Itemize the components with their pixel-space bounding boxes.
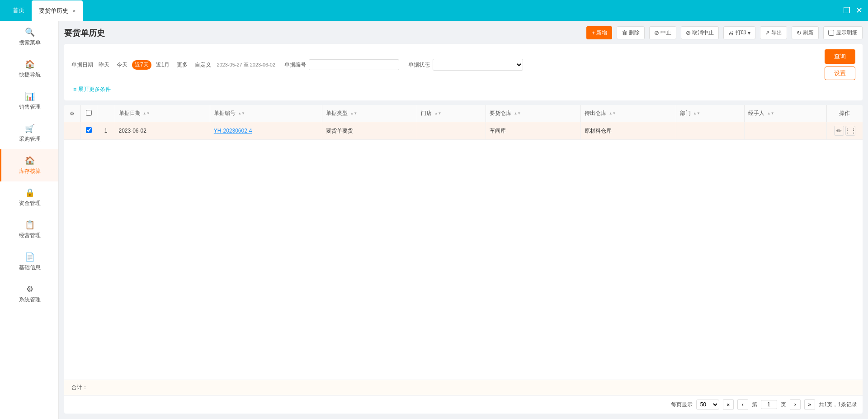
sidebar-item-sys-mgmt[interactable]: ⚙ 系统管理: [0, 278, 58, 310]
row-more-icon[interactable]: ⋮⋮: [845, 126, 855, 136]
summary-label: 合计：: [71, 384, 88, 390]
print-button[interactable]: 🖨 打印 ▾: [723, 26, 755, 39]
shortcut-last7days[interactable]: 近7天: [132, 60, 151, 70]
col-bill-no[interactable]: 单据编号 ▲▼: [210, 105, 322, 122]
col-settings[interactable]: ⚙: [64, 105, 80, 122]
window-restore-btn[interactable]: ❐: [843, 5, 850, 15]
sidebar-item-purchase-mgmt[interactable]: 🛒 采购管理: [0, 117, 58, 149]
table-row[interactable]: 1 2023-06-02 YH-20230602-4 要货单要货 车间库 原材料…: [64, 122, 863, 140]
settings-button[interactable]: 设置: [825, 67, 855, 80]
new-icon: +: [591, 29, 595, 36]
basic-info-icon: 📄: [25, 252, 35, 262]
print-icon: 🖨: [728, 29, 734, 36]
sidebar-item-sales-mgmt[interactable]: 📊 销售管理: [0, 85, 58, 117]
col-bill-type[interactable]: 单据类型 ▲▼: [322, 105, 417, 122]
toolbar: + 新增 🗑 删除 ⊘ 中止 ⊘ 取消中止: [586, 26, 863, 39]
bill-status-select[interactable]: [433, 59, 523, 71]
tab-home-label: 首页: [13, 6, 24, 14]
col-bill-date[interactable]: 单据日期 ▲▼: [115, 105, 210, 122]
expand-more-btn[interactable]: ≡ 展开更多条件: [71, 84, 113, 95]
cell-check[interactable]: [80, 122, 97, 140]
search-menu-icon: 🔍: [25, 27, 35, 37]
sys-mgmt-icon: ⚙: [26, 284, 33, 294]
main-content: 要货单历史 + 新增 🗑 删除 ⊘ 中止 ⊘: [59, 21, 868, 419]
pagination: 每页显示 50 20 100 200 « ‹ 第 页 › » 共1页，1条记录: [64, 395, 863, 414]
first-page-btn[interactable]: «: [723, 399, 734, 410]
total-info: 共1页，1条记录: [819, 401, 857, 409]
cell-num: 1: [97, 122, 115, 140]
sidebar-item-ops-mgmt[interactable]: 📋 经营管理: [0, 214, 58, 246]
row-check[interactable]: [86, 127, 92, 133]
shortcut-yesterday[interactable]: 昨天: [96, 60, 112, 70]
sidebar-item-quick-nav[interactable]: 🏠 快捷导航: [0, 53, 58, 85]
window-close-btn[interactable]: ✕: [856, 5, 863, 15]
tab-requisition-history[interactable]: 要货单历史 ×: [32, 0, 83, 21]
sidebar-item-label-sales-mgmt: 销售管理: [19, 103, 41, 111]
table-summary: 合计：: [64, 380, 863, 395]
bill-number-input[interactable]: [309, 59, 399, 70]
show-detail-label: 显示明细: [836, 29, 858, 37]
show-detail-checkbox[interactable]: 显示明细: [823, 26, 863, 39]
data-table: ⚙ 单据日期 ▲▼ 单据编号: [64, 105, 863, 140]
row-edit-icon[interactable]: ✏: [834, 126, 844, 136]
col-store[interactable]: 门店 ▲▼: [417, 105, 486, 122]
filter-bill-number: 单据编号: [284, 59, 399, 70]
col-department[interactable]: 部门 ▲▼: [676, 105, 745, 122]
page-header: 要货单历史 + 新增 🗑 删除 ⊘ 中止 ⊘: [64, 26, 863, 39]
delete-icon: 🗑: [622, 29, 627, 36]
table-container[interactable]: ⚙ 单据日期 ▲▼ 单据编号: [64, 105, 863, 380]
new-button[interactable]: + 新增: [586, 26, 612, 39]
shortcut-last-month[interactable]: 近1月: [153, 60, 173, 70]
shortcut-more[interactable]: 更多: [174, 60, 190, 70]
page-jump-label: 页: [781, 401, 786, 409]
filter-row-1: 单据日期 昨天 今天 近7天 近1月 更多 自定义 2023-05-27 至 2…: [71, 49, 855, 80]
stop-icon: ⊘: [654, 29, 659, 36]
page-title: 要货单历史: [64, 28, 105, 38]
delete-button[interactable]: 🗑 删除: [617, 26, 645, 39]
col-req-warehouse[interactable]: 要货仓库 ▲▼: [486, 105, 581, 122]
sidebar-item-basic-info[interactable]: 📄 基础信息: [0, 246, 58, 278]
bill-date-label: 单据日期: [71, 61, 93, 69]
cancel-stop-icon: ⊘: [686, 29, 691, 36]
filter-actions: 查询 设置: [825, 49, 855, 80]
shortcut-today[interactable]: 今天: [114, 60, 130, 70]
cell-bill-date: 2023-06-02: [115, 122, 210, 140]
sidebar-item-label-purchase-mgmt: 采购管理: [19, 135, 41, 143]
sidebar-item-inventory-calc[interactable]: 🏠 库存核算: [0, 149, 58, 181]
prev-page-btn[interactable]: ‹: [737, 399, 748, 410]
page-size-select[interactable]: 50 20 100 200: [696, 400, 719, 409]
last-page-btn[interactable]: »: [804, 399, 815, 410]
page-size-label: 每页显示: [671, 401, 693, 409]
sidebar-item-label-search-menu: 搜索菜单: [19, 39, 41, 47]
tab-home[interactable]: 首页: [5, 0, 32, 21]
sidebar-item-search-menu[interactable]: 🔍 搜索菜单: [0, 21, 58, 53]
sort-bill-no: ▲▼: [238, 111, 245, 115]
col-handler[interactable]: 经手人 ▲▼: [745, 105, 826, 122]
page-number-input[interactable]: [761, 400, 777, 409]
table-panel: ⚙ 单据日期 ▲▼ 单据编号: [64, 105, 863, 414]
table-header: ⚙ 单据日期 ▲▼ 单据编号: [64, 105, 863, 122]
cancel-stop-button[interactable]: ⊘ 取消中止: [681, 26, 719, 39]
page-label: 第: [752, 401, 757, 409]
bill-no-link[interactable]: YH-20230602-4: [214, 128, 252, 134]
show-detail-input[interactable]: [828, 30, 834, 36]
shortcut-custom[interactable]: 自定义: [192, 60, 214, 70]
stop-button[interactable]: ⊘ 中止: [649, 26, 676, 39]
export-icon: ↗: [765, 29, 770, 36]
sidebar-item-funds-mgmt[interactable]: 🔒 资金管理: [0, 181, 58, 214]
query-button[interactable]: 查询: [825, 49, 855, 64]
check-all[interactable]: [86, 110, 92, 116]
sidebar-item-label-inventory-calc: 库存核算: [19, 167, 41, 175]
tab-close-icon[interactable]: ×: [73, 8, 75, 14]
sidebar-item-label-ops-mgmt: 经营管理: [19, 232, 41, 239]
col-pending-warehouse[interactable]: 待出仓库 ▲▼: [581, 105, 676, 122]
sort-handler: ▲▼: [767, 111, 774, 115]
expand-more-icon: ≡: [73, 86, 76, 93]
cell-bill-no[interactable]: YH-20230602-4: [210, 122, 322, 140]
export-button[interactable]: ↗ 导出: [760, 26, 787, 39]
refresh-button[interactable]: ↻ 刷新: [792, 26, 819, 39]
cell-settings: [64, 122, 80, 140]
col-num: [97, 105, 115, 122]
next-page-btn[interactable]: ›: [790, 399, 801, 410]
table-body: 1 2023-06-02 YH-20230602-4 要货单要货 车间库 原材料…: [64, 122, 863, 140]
